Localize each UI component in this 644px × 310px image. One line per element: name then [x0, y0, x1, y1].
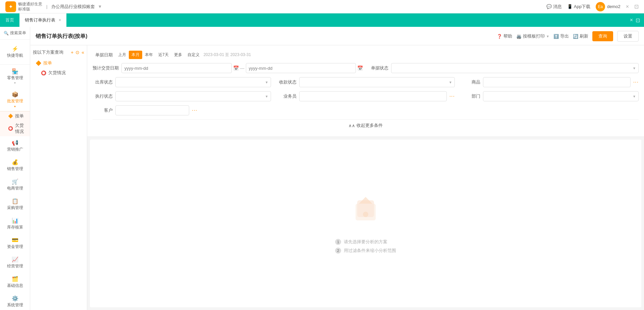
window-close-icon[interactable]: × — [626, 4, 629, 10]
date-tab-last-month[interactable]: 上月 — [115, 51, 129, 59]
message-btn[interactable]: 💬 消息 — [546, 4, 562, 10]
calendar-start-icon[interactable]: 📅 — [233, 65, 239, 71]
out-status-select-wrapper: ▼ — [115, 77, 271, 87]
refresh-icon: 🔄 — [573, 34, 578, 39]
operation-icon: 📈 — [12, 256, 18, 263]
press-order-icon: 🔶 — [8, 114, 13, 118]
customer-input[interactable] — [115, 105, 189, 115]
scheme-debt-detail[interactable]: ⭕ 欠货情况 — [33, 68, 84, 78]
tab-home[interactable]: 首页 — [0, 13, 19, 27]
sidebar-sub-debt-detail[interactable]: ⭕ 欠货情况 — [0, 121, 30, 136]
sidebar-item-purchase[interactable]: 📋 采购管理 — [0, 195, 30, 214]
logo-area: ✦ 畅捷通好生意 标准版 — [5, 1, 42, 12]
receipt-status-select[interactable] — [299, 77, 455, 87]
tab-close-window-icon[interactable]: × — [630, 17, 633, 23]
date-tab-more[interactable]: 更多 — [171, 51, 185, 59]
calendar-end-icon[interactable]: 📅 — [357, 65, 363, 71]
ecommerce-icon: 🛒 — [12, 178, 18, 185]
sidebar-item-inventory[interactable]: 📊 库存核算 — [0, 214, 30, 234]
customer-dots-btn[interactable]: ··· — [192, 107, 197, 113]
tab-sales-order-exec[interactable]: 销售订单执行表 × — [19, 13, 66, 27]
sidebar-sub-press-order[interactable]: 🔶 按单 — [0, 111, 30, 121]
logo-text: 畅捷通好生意 标准版 — [18, 2, 42, 11]
salesperson-dots-btn[interactable]: ··· — [449, 93, 455, 99]
sidebar-item-basic[interactable]: 🗂️ 基础信息 — [0, 272, 30, 292]
sidebar-item-finance[interactable]: 💳 资金管理 — [0, 234, 30, 253]
sidebar-item-wholesale[interactable]: 📦 批发管理 ▲ — [0, 88, 30, 111]
help-btn[interactable]: ❓ 帮助 — [497, 33, 512, 39]
date-tab-current-month[interactable]: 本月 — [129, 51, 142, 59]
page-header-actions: ❓ 帮助 🖨️ 按模板打印 ▼ ⬆️ 导出 🔄 刷新 — [497, 31, 639, 42]
sidebar-item-retail[interactable]: 🏪 零售管理 ▼ — [0, 65, 30, 88]
home-tab-label: 首页 — [5, 17, 14, 23]
date-tab-7days[interactable]: 近7天 — [156, 51, 171, 59]
customer-label: 客户 — [93, 107, 113, 113]
right-panel: 单据日期 上月 本月 本年 近7天 更多 自定义 2023-03-01 至 20… — [87, 45, 644, 310]
refresh-btn[interactable]: 🔄 刷新 — [573, 33, 588, 39]
collapse-btn[interactable]: ∧∧ 收起更多条件 — [348, 122, 383, 128]
sales-icon: 💰 — [12, 159, 18, 165]
sidebar-search[interactable]: 🔍 搜索菜单 — [0, 27, 30, 40]
sidebar-item-sales[interactable]: 💰 销售管理 — [0, 156, 30, 175]
title-separator: | — [46, 4, 47, 9]
scheme-icon: 🔶 — [36, 60, 41, 66]
empty-tip-2: 2 用过滤条件来缩小分析范围 — [335, 248, 396, 254]
top-bar-right: 💬 消息 📱 App下载 Ea demo2 × ⊡ — [546, 2, 639, 11]
search-button[interactable]: 查询 — [592, 31, 613, 41]
exec-status-select-wrapper: ▼ — [115, 91, 271, 101]
date-tab-custom[interactable]: 自定义 — [185, 51, 202, 59]
copy-scheme-icon[interactable]: ⊙ — [75, 50, 79, 55]
exec-status-select[interactable] — [115, 91, 271, 101]
sidebar-item-ecommerce[interactable]: 🛒 电商管理 — [0, 175, 30, 195]
top-bar: ✦ 畅捷通好生意 标准版 | 办公用品行业模拟账套 ▼ 💬 消息 📱 App下载… — [0, 0, 644, 13]
goods-dots-btn[interactable]: ··· — [633, 79, 639, 85]
settings-button[interactable]: 设置 — [617, 31, 639, 42]
tab-bar-right: × ⊡ — [626, 17, 644, 23]
expected-date-range: 📅 — 📅 — [121, 63, 363, 73]
empty-state: 1 请先选择要分析的方案 2 用过滤条件来缩小分析范围 — [90, 140, 641, 307]
doc-status-select[interactable] — [391, 63, 639, 73]
retail-icon: 🏪 — [12, 68, 18, 74]
sidebar-item-operation[interactable]: 📈 经营管理 — [0, 253, 30, 272]
title-dropdown-icon[interactable]: ▼ — [98, 4, 102, 9]
date-tab-current-year[interactable]: 本年 — [142, 51, 156, 59]
tab-maximize-icon[interactable]: ⊡ — [636, 17, 640, 23]
filter-field-expected-date: 预计交货日期 📅 — 📅 — [93, 63, 363, 73]
sidebar-item-marketing[interactable]: 📢 营销推广 — [0, 136, 30, 156]
sidebar-item-system[interactable]: ⚙️ 系统管理 — [0, 292, 30, 310]
empty-icon — [349, 194, 382, 234]
salesperson-input[interactable] — [299, 91, 447, 101]
page-header-top: 销售订单执行表(按单) ❓ 帮助 🖨️ 按模板打印 ▼ ⬆️ 导出 — [36, 31, 639, 45]
sidebar-item-quick-nav[interactable]: ⚡ 快捷导航 — [0, 42, 30, 62]
doc-status-label: 单据状态 — [368, 65, 388, 71]
app-download-btn[interactable]: 📱 App下载 — [567, 4, 590, 10]
logo-icon: ✦ — [5, 1, 16, 12]
retail-arrow: ▼ — [14, 82, 16, 85]
tip-num-2: 2 — [335, 248, 341, 254]
system-title: 办公用品行业模拟账套 — [51, 4, 95, 10]
filter-field-receipt-status: 收款状态 ▼ — [276, 77, 455, 87]
filter-field-salesperson: 业务员 ··· — [276, 91, 455, 101]
dept-select[interactable] — [483, 91, 639, 101]
filter-form: 单据日期 上月 本月 本年 近7天 更多 自定义 2023-03-01 至 20… — [87, 45, 644, 137]
user-area[interactable]: Ea demo2 — [596, 2, 621, 11]
debt-icon: ⭕ — [8, 126, 13, 131]
scheme-press-order[interactable]: 🔶 按单 — [33, 58, 84, 68]
tab-close-icon[interactable]: × — [59, 18, 61, 22]
filter-row-expected: 预计交货日期 📅 — 📅 单据状态 — [93, 63, 639, 73]
expected-date-start[interactable] — [121, 63, 232, 73]
window-maximize-icon[interactable]: ⊡ — [634, 3, 639, 10]
left-panel-icons: + ⊙ « — [71, 50, 84, 55]
add-scheme-icon[interactable]: + — [71, 50, 73, 55]
expected-date-end[interactable] — [246, 63, 356, 73]
filter-field-customer: 客户 ··· — [93, 105, 197, 115]
receipt-status-select-wrapper: ▼ — [299, 77, 455, 87]
template-print-btn[interactable]: 🖨️ 按模板打印 ▼ — [516, 33, 549, 39]
collapse-row: ∧∧ 收起更多条件 — [93, 119, 639, 131]
goods-input[interactable] — [483, 77, 631, 87]
collapse-panel-icon[interactable]: « — [82, 50, 84, 55]
out-status-select[interactable] — [115, 77, 271, 87]
print-arrow-icon: ▼ — [546, 35, 549, 38]
left-panel-title: 按以下方案查询 — [33, 49, 63, 55]
export-btn[interactable]: ⬆️ 导出 — [553, 33, 569, 39]
